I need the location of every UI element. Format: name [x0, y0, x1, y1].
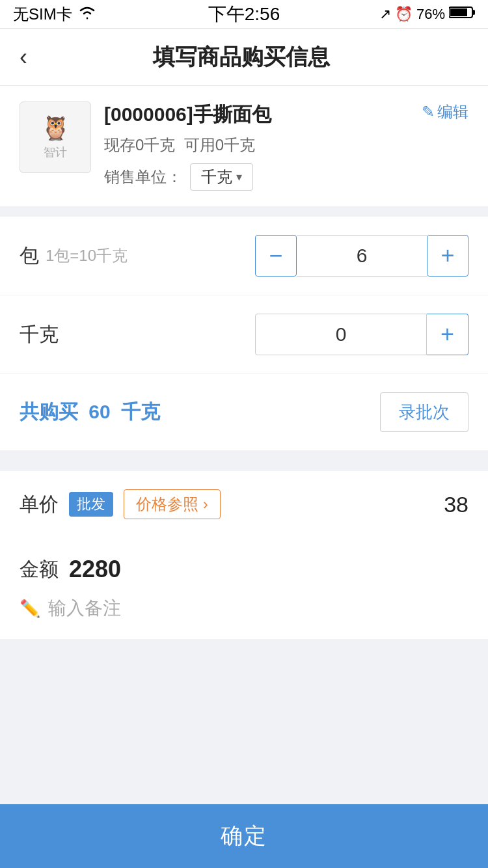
input-section: 包 1包=10千克 − + 千克 +	[0, 217, 488, 374]
kg-row: 千克 +	[0, 295, 488, 374]
wifi-symbol	[77, 5, 97, 23]
package-plus-button[interactable]: +	[427, 235, 468, 277]
amount-row: 金额 2280	[20, 556, 468, 583]
edit-button[interactable]: ✎ 编辑	[422, 102, 468, 122]
kg-label: 千克	[20, 321, 59, 348]
remark-row[interactable]: ✏️ 输入备注	[20, 596, 468, 621]
status-time: 下午2:56	[208, 2, 280, 27]
unit-label: 销售单位：	[104, 167, 182, 187]
confirm-button[interactable]: 确定	[0, 804, 488, 868]
price-tag: 批发	[69, 492, 113, 517]
svg-rect-2	[450, 8, 467, 16]
svg-rect-1	[472, 10, 475, 15]
chevron-down-icon: ▾	[236, 170, 242, 184]
unit-value: 千克	[201, 167, 232, 187]
edit-icon: ✎	[422, 103, 435, 121]
product-stock: 现存0千克 可用0千克	[104, 135, 468, 156]
product-image: 🦉 智计	[20, 102, 91, 173]
package-hint: 1包=10千克	[46, 245, 255, 266]
remark-placeholder: 输入备注	[48, 596, 121, 621]
back-button[interactable]: ‹	[20, 44, 27, 71]
product-image-label: 智计	[44, 144, 67, 160]
product-unit-row: 销售单位： 千克 ▾	[104, 163, 468, 191]
alarm-icon: ⏰	[395, 6, 413, 23]
price-row: 单价 批发 价格参照 › 38	[0, 471, 488, 537]
price-label: 单价	[20, 491, 59, 518]
product-name: [0000006]手撕面包	[104, 102, 422, 128]
battery-text: 76%	[416, 6, 445, 23]
product-owl-icon: 🦉	[41, 115, 70, 142]
unit-select[interactable]: 千克 ▾	[190, 163, 253, 191]
product-info: [0000006]手撕面包 ✎ 编辑 现存0千克 可用0千克 销售单位： 千克 …	[104, 102, 468, 191]
package-row: 包 1包=10千克 − +	[0, 217, 488, 295]
package-label: 包	[20, 243, 39, 269]
package-input[interactable]	[297, 235, 427, 277]
kg-plus-button[interactable]: +	[427, 314, 468, 355]
product-card: 🦉 智计 [0000006]手撕面包 ✎ 编辑 现存0千克 可用0千克 销售单位…	[0, 86, 488, 206]
kg-controls: +	[255, 314, 468, 355]
divider-1	[0, 206, 488, 217]
edit-label: 编辑	[437, 102, 468, 122]
package-minus-button[interactable]: −	[255, 235, 297, 277]
price-section: 单价 批发 价格参照 › 38	[0, 461, 488, 537]
page-title: 填写商品购买信息	[40, 42, 442, 72]
status-left: 无SIM卡	[13, 4, 97, 25]
price-ref-button[interactable]: 价格参照 ›	[124, 489, 221, 519]
amount-value: 2280	[69, 556, 121, 583]
total-text: 共购买 60 千克	[20, 399, 160, 426]
amount-section: 金额 2280 ✏️ 输入备注	[0, 537, 488, 639]
divider-2	[0, 450, 488, 461]
sim-text: 无SIM卡	[13, 4, 72, 25]
total-value: 60	[88, 401, 110, 422]
product-name-row: [0000006]手撕面包 ✎ 编辑	[104, 102, 468, 128]
kg-input[interactable]	[255, 314, 427, 355]
status-bar: 无SIM卡 下午2:56 ↗ ⏰ 76%	[0, 0, 488, 29]
status-right: ↗ ⏰ 76%	[379, 6, 475, 23]
location-icon: ↗	[379, 6, 391, 23]
price-value: 38	[444, 492, 468, 517]
total-row: 共购买 60 千克 录批次	[0, 374, 488, 450]
package-controls: − +	[255, 235, 468, 277]
pencil-icon: ✏️	[20, 599, 40, 619]
nav-bar: ‹ 填写商品购买信息	[0, 29, 488, 86]
amount-label: 金额	[20, 556, 59, 583]
battery-icon	[449, 6, 475, 23]
batch-button[interactable]: 录批次	[380, 392, 468, 432]
